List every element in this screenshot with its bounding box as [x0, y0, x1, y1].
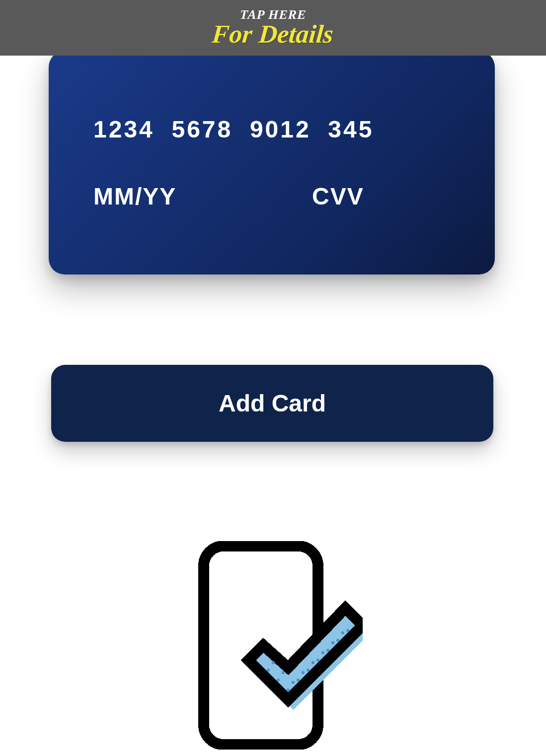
svg-point-4	[277, 679, 280, 682]
svg-point-11	[346, 629, 349, 632]
svg-point-14	[292, 681, 295, 684]
svg-point-10	[336, 639, 339, 642]
banner-line-2: For Details	[211, 19, 335, 49]
card-cvv-input[interactable]	[312, 183, 441, 210]
add-card-button[interactable]: Add Card	[51, 365, 493, 442]
svg-point-12	[272, 661, 275, 664]
tap-here-banner[interactable]: TAP HERE For Details	[0, 0, 546, 56]
svg-point-15	[302, 671, 305, 674]
svg-point-7	[307, 669, 310, 672]
svg-point-3	[267, 669, 270, 672]
svg-point-6	[297, 679, 300, 682]
phone-check-icon	[184, 541, 363, 750]
svg-point-18	[331, 641, 334, 644]
card-expiry-input[interactable]	[93, 183, 223, 210]
svg-point-9	[326, 649, 329, 652]
svg-point-17	[321, 651, 324, 654]
svg-point-13	[282, 671, 285, 674]
svg-point-16	[312, 661, 314, 664]
card-number-input[interactable]	[93, 116, 450, 143]
svg-point-5	[287, 688, 290, 691]
svg-point-19	[341, 631, 344, 634]
credit-card-panel	[49, 51, 495, 275]
svg-point-8	[316, 659, 319, 662]
card-fields-row	[93, 183, 450, 210]
